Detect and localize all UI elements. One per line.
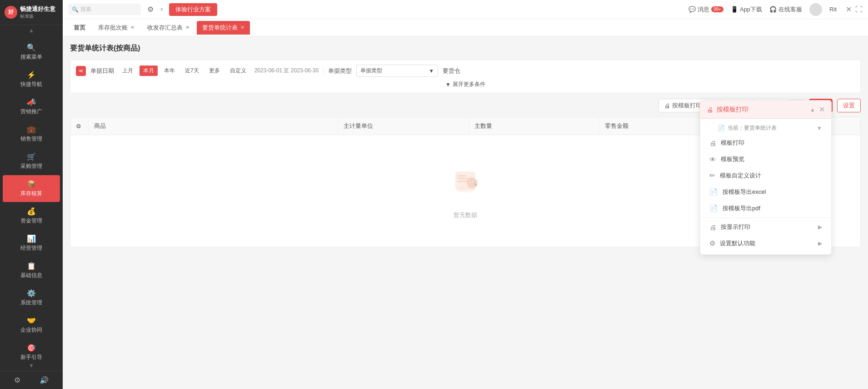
experience-button[interactable]: 体验行业方案 xyxy=(169,3,217,16)
search-icon: 🔍 xyxy=(72,6,79,13)
sidebar-item-label: 营销推广 xyxy=(20,108,42,116)
sidebar-item-operations[interactable]: 📊 经营管理 xyxy=(3,230,60,257)
header-search[interactable]: 🔍 搜索 xyxy=(68,4,141,15)
sidebar-item-label: 基础信息 xyxy=(20,272,42,279)
header: 🔍 搜索 ⚙ ▼ 体验行业方案 💬 消息 99+ 📱 App下载 🎧 在线客服 … xyxy=(63,0,868,19)
sidebar: 好 畅捷通好生意 标准版 ▲ 🔍 搜索菜单 ⚡ 快捷导航 📣 营销推广 💼 销售… xyxy=(0,0,63,389)
window-controls: ✕ ⛶ xyxy=(846,5,863,14)
dropdown-item-template-design[interactable]: ✏ 模板自定义设计 xyxy=(700,167,831,184)
empty-text: 暂无数据 xyxy=(454,211,477,219)
sidebar-scroll-down[interactable]: ▼ xyxy=(0,360,63,371)
settings-button[interactable]: 设置 xyxy=(837,99,861,112)
dropdown-submenu: 📄 当前：要货单统计表 ▼ 🖨 模板打印 👁 模板预览 ✏ 模板自定义设计 xyxy=(700,119,831,254)
date-opt-more[interactable]: 更多 xyxy=(205,66,224,76)
sidebar-item-system[interactable]: ⚙️ 系统管理 xyxy=(3,284,60,311)
dropdown-header[interactable]: 🖨 按模板打印 ▲ ✕ xyxy=(700,101,831,119)
filter-divider xyxy=(323,66,324,76)
date-opt-this-year[interactable]: 本年 xyxy=(160,66,179,76)
filter-row-1: ≪ 单据日期 上月 本月 本年 近7天 更多 自定义 2023-06-01 至 … xyxy=(76,65,855,77)
dropdown-section-set-default[interactable]: ⚙ 设置默认功能 ▶ xyxy=(700,235,831,252)
th-unit: 主计量单位 xyxy=(338,117,469,135)
audio-bottom-icon[interactable]: 🔊 xyxy=(40,376,49,384)
dropdown-divider xyxy=(700,217,831,218)
main-area: 🔍 搜索 ⚙ ▼ 体验行业方案 💬 消息 99+ 📱 App下载 🎧 在线客服 … xyxy=(63,0,868,389)
tab-close-collection-summary[interactable]: ✕ xyxy=(185,25,190,30)
tab-order-stats[interactable]: 要货单统计表 ✕ xyxy=(197,21,250,35)
system-icon: ⚙️ xyxy=(27,289,36,298)
display-print-arrow: ▶ xyxy=(818,224,822,230)
tab-collection-summary[interactable]: 收发存汇总表 ✕ xyxy=(142,21,195,35)
messages-icon: 💬 xyxy=(688,6,696,13)
expand-more-button[interactable]: ▼ 展开更多条件 xyxy=(76,81,855,88)
sidebar-item-label: 销售管理 xyxy=(20,135,42,143)
tab-close-order-stats[interactable]: ✕ xyxy=(240,25,244,30)
chevron-left-icon: ≪ xyxy=(79,68,83,73)
sidebar-item-label: 采购管理 xyxy=(20,162,42,170)
avatar[interactable] xyxy=(809,3,822,16)
customer-service-item[interactable]: 🎧 在线客服 xyxy=(769,5,802,14)
sidebar-item-base[interactable]: 📋 基础信息 xyxy=(3,257,60,284)
printer-icon: 🖨 xyxy=(664,102,670,109)
print-dropdown-menu: 🖨 按模板打印 ▲ ✕ 📄 当前：要货单统计表 ▼ 🖨 xyxy=(700,100,832,255)
select-chevron-icon: ▼ xyxy=(429,68,434,74)
app-download-icon: 📱 xyxy=(731,6,738,13)
maximize-win-icon[interactable]: ⛶ xyxy=(855,5,863,14)
quicknav-icon: ⚡ xyxy=(27,71,36,79)
set-default-left: ⚙ 设置默认功能 xyxy=(709,239,755,248)
date-range: 2023-06-01 至 2023-06-30 xyxy=(254,67,319,75)
settings-bottom-icon[interactable]: ⚙ xyxy=(14,376,20,384)
sidebar-item-label: 搜索菜单 xyxy=(20,53,42,61)
user-name: Rit xyxy=(829,6,837,13)
dropdown-item-export-excel[interactable]: 📄 按模板导出excel xyxy=(700,184,831,200)
sidebar-item-label: 资金管理 xyxy=(20,217,42,225)
messages-badge: 99+ xyxy=(711,6,723,12)
messages-item[interactable]: 💬 消息 99+ xyxy=(688,5,723,14)
tab-home[interactable]: 首页 xyxy=(68,21,91,35)
template-design-icon: ✏ xyxy=(709,172,715,180)
dropdown-item-export-pdf[interactable]: 📄 按模板导出pdf xyxy=(700,200,831,217)
sidebar-item-search[interactable]: 🔍 搜索菜单 xyxy=(3,39,60,66)
table-settings-icon: ⚙ xyxy=(76,123,81,130)
dropdown-header-left: 🖨 按模板打印 xyxy=(707,106,748,114)
dropdown-item-template-print[interactable]: 🖨 模板打印 xyxy=(700,135,831,151)
tab-close-inventory-batch[interactable]: ✕ xyxy=(130,25,135,30)
pdf-export-icon: 📄 xyxy=(709,204,718,212)
sidebar-scroll-up[interactable]: ▲ xyxy=(0,25,63,35)
date-opt-custom[interactable]: 自定义 xyxy=(226,66,250,76)
date-opt-7days[interactable]: 近7天 xyxy=(181,66,203,76)
close-win-icon[interactable]: ✕ xyxy=(846,5,852,14)
sidebar-item-sales[interactable]: 💼 销售管理 xyxy=(3,121,60,147)
sidebar-item-purchase[interactable]: 🛒 采购管理 xyxy=(3,148,60,175)
sidebar-item-marketing[interactable]: 📣 营销推广 xyxy=(3,93,60,120)
filter-toggle-button[interactable]: ≪ xyxy=(76,66,86,76)
order-type-label: 单据类型 xyxy=(328,67,352,75)
app-download-item[interactable]: 📱 App下载 xyxy=(731,5,762,14)
sidebar-item-label: 企业协同 xyxy=(20,326,42,334)
display-print-left: 🖨 按显示打印 xyxy=(709,223,750,231)
dropdown-expand-icon[interactable]: ▲ xyxy=(810,106,815,113)
dropdown-close-icon[interactable]: ✕ xyxy=(819,105,825,114)
header-chevron-icon[interactable]: ▼ xyxy=(159,6,165,13)
date-opt-last-month[interactable]: 上月 xyxy=(119,66,137,76)
tab-inventory-batch[interactable]: 库存批次账 ✕ xyxy=(93,21,140,35)
header-gear-icon[interactable]: ⚙ xyxy=(147,5,154,14)
dropdown-current-template[interactable]: 📄 当前：要货单统计表 ▼ xyxy=(700,121,831,135)
order-type-select[interactable]: 单据类型 ▼ xyxy=(356,65,438,77)
dropdown-section-display-print[interactable]: 🖨 按显示打印 ▶ xyxy=(700,219,831,235)
dropdown-item-template-preview[interactable]: 👁 模板预览 xyxy=(700,151,831,167)
sidebar-bottom: ⚙ 🔊 xyxy=(0,371,63,389)
logo-text: 畅捷通好生意 标准版 xyxy=(20,5,55,19)
svg-rect-4 xyxy=(457,181,469,182)
set-default-arrow: ▶ xyxy=(818,240,822,247)
collab-icon: 🤝 xyxy=(27,316,36,325)
sidebar-item-newbie[interactable]: 🎯 新手引导 xyxy=(3,339,60,360)
finance-icon: 💰 xyxy=(27,207,36,216)
date-opt-this-month[interactable]: 本月 xyxy=(140,66,158,76)
sidebar-item-quicknav[interactable]: ⚡ 快捷导航 xyxy=(3,66,60,93)
sidebar-item-finance[interactable]: 💰 资金管理 xyxy=(3,202,60,229)
sidebar-item-inventory[interactable]: 📦 库存核算 xyxy=(3,175,60,202)
purchase-icon: 🛒 xyxy=(27,152,36,161)
th-settings[interactable]: ⚙ xyxy=(70,118,89,134)
sidebar-item-collab[interactable]: 🤝 企业协同 xyxy=(3,312,60,338)
operations-icon: 📊 xyxy=(27,234,36,243)
